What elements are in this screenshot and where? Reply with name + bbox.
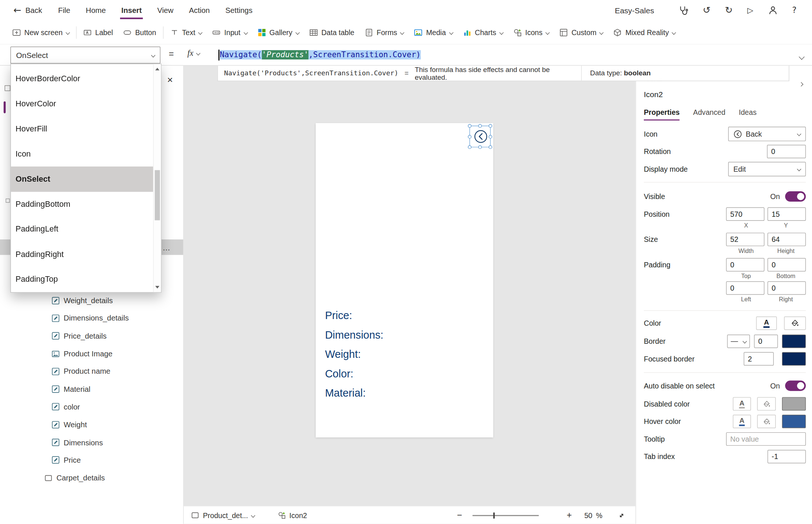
tree-item-screen[interactable]: Carpet_details xyxy=(0,469,183,487)
tree-item[interactable]: Dimensions_details xyxy=(0,309,183,327)
scroll-down-icon[interactable] xyxy=(154,286,161,288)
auto-disable-toggle[interactable] xyxy=(785,381,806,391)
resize-handle[interactable] xyxy=(468,145,472,149)
resize-handle[interactable] xyxy=(468,135,472,138)
app-screen[interactable]: Price: Dimensions: Weight: Color: Materi… xyxy=(316,123,493,437)
size-width-input[interactable]: 52 xyxy=(726,233,765,246)
undo-icon[interactable]: ↺ xyxy=(703,6,710,15)
fit-to-window-button[interactable] xyxy=(618,506,626,524)
hover-fill-color-button[interactable] xyxy=(757,415,776,428)
media-menu[interactable]: Media xyxy=(409,21,458,44)
tree-item[interactable]: Weight xyxy=(0,416,183,434)
scrollbar-thumb[interactable] xyxy=(155,170,160,220)
padding-top-input[interactable]: 0 xyxy=(726,258,765,271)
resize-handle[interactable] xyxy=(489,145,492,149)
zoom-out-button[interactable]: − xyxy=(457,506,462,524)
label-control[interactable]: Weight: xyxy=(325,345,383,364)
hover-color-swatch[interactable] xyxy=(782,415,806,428)
property-option-selected[interactable]: OnSelect xyxy=(11,167,153,192)
padding-bottom-input[interactable]: 0 xyxy=(768,258,806,271)
account-icon[interactable] xyxy=(768,6,778,15)
tab-ideas[interactable]: Ideas xyxy=(739,108,757,121)
play-preview-icon[interactable]: ▷ xyxy=(747,7,753,14)
tree-item[interactable]: Weight_details xyxy=(0,292,183,309)
menu-action[interactable]: Action xyxy=(181,0,217,21)
resize-handle[interactable] xyxy=(489,135,492,138)
custom-menu[interactable]: Custom xyxy=(554,21,608,44)
zoom-in-button[interactable]: + xyxy=(567,506,572,524)
position-y-input[interactable]: 15 xyxy=(768,208,806,221)
zoom-slider-thumb[interactable] xyxy=(493,512,495,518)
menu-view[interactable]: View xyxy=(150,0,181,21)
disabled-fill-color-button[interactable] xyxy=(757,397,776,410)
label-control[interactable]: Material: xyxy=(325,383,383,403)
resize-handle[interactable] xyxy=(468,124,472,128)
screen-selector[interactable]: Product_det... xyxy=(191,506,255,524)
border-color-swatch[interactable] xyxy=(782,335,806,348)
tree-item[interactable]: Price_details xyxy=(0,327,183,345)
button-button[interactable]: Button xyxy=(118,21,162,44)
label-control[interactable]: Dimensions: xyxy=(325,325,383,345)
icon-value-dropdown[interactable]: Back xyxy=(728,127,806,141)
label-control[interactable]: Price: xyxy=(325,306,383,325)
resize-handle[interactable] xyxy=(478,124,482,128)
rotation-input[interactable]: 0 xyxy=(767,145,806,158)
tooltip-input[interactable]: No value xyxy=(726,432,806,446)
zoom-slider[interactable] xyxy=(472,515,538,516)
tab-index-input[interactable]: -1 xyxy=(768,450,806,463)
tree-item[interactable]: color xyxy=(0,398,183,416)
font-color-button[interactable]: A xyxy=(756,316,777,330)
disabled-font-color-button[interactable]: A xyxy=(733,397,751,410)
tree-item[interactable]: Product Image xyxy=(0,345,183,363)
fx-button[interactable]: fx xyxy=(187,49,200,58)
property-option[interactable]: PaddingLeft xyxy=(11,217,153,242)
close-icon[interactable]: × xyxy=(167,75,173,85)
back-icon-control[interactable] xyxy=(473,129,488,144)
tab-advanced[interactable]: Advanced xyxy=(693,108,725,121)
data-table-button[interactable]: Data table xyxy=(304,21,360,44)
text-menu[interactable]: Text xyxy=(165,21,207,44)
disabled-color-swatch[interactable] xyxy=(782,397,806,410)
help-icon[interactable]: ? xyxy=(792,6,796,14)
menu-settings[interactable]: Settings xyxy=(218,0,260,21)
redo-icon[interactable]: ↻ xyxy=(725,6,733,15)
label-button[interactable]: Label xyxy=(78,21,118,44)
property-option[interactable]: HoverColor xyxy=(11,91,153,116)
forms-menu[interactable]: Forms xyxy=(360,21,409,44)
resize-handle[interactable] xyxy=(478,145,482,149)
size-height-input[interactable]: 64 xyxy=(768,233,806,246)
formula-input[interactable]: Navigate('Products',ScreenTransition.Cov… xyxy=(214,44,781,65)
menu-insert[interactable]: Insert xyxy=(113,0,149,21)
property-option[interactable]: Icon xyxy=(11,141,153,167)
selected-control-chip[interactable]: Icon2 xyxy=(278,506,307,524)
menu-file[interactable]: File xyxy=(50,0,78,21)
gallery-menu[interactable]: Gallery xyxy=(252,21,305,44)
fill-color-button[interactable] xyxy=(784,316,806,330)
border-width-input[interactable]: 0 xyxy=(754,335,778,348)
app-checker-icon[interactable] xyxy=(678,5,688,16)
property-option[interactable]: HoverFill xyxy=(11,116,153,141)
property-option[interactable]: PaddingTop xyxy=(11,267,153,292)
padding-left-input[interactable]: 0 xyxy=(726,281,765,295)
border-style-dropdown[interactable] xyxy=(727,335,750,348)
icons-menu[interactable]: Icons xyxy=(508,21,554,44)
padding-right-input[interactable]: 0 xyxy=(768,281,806,295)
tree-item[interactable]: Material xyxy=(0,380,183,398)
focused-border-color-swatch[interactable] xyxy=(782,352,806,366)
back-button[interactable]: ← Back xyxy=(0,6,50,15)
position-x-input[interactable]: 570 xyxy=(726,208,765,221)
property-option[interactable]: PaddingBottom xyxy=(11,192,153,217)
label-control[interactable]: Color: xyxy=(325,364,383,383)
property-option[interactable]: PaddingRight xyxy=(11,242,153,267)
mixed-reality-menu[interactable]: Mixed Reality xyxy=(608,21,681,44)
resize-handle[interactable] xyxy=(489,124,492,128)
display-mode-dropdown[interactable]: Edit xyxy=(728,162,806,176)
menu-home[interactable]: Home xyxy=(78,0,113,21)
tree-item[interactable]: Dimensions xyxy=(0,434,183,451)
collapse-panel-button[interactable] xyxy=(799,79,802,87)
visible-toggle[interactable] xyxy=(785,191,806,202)
scroll-up-icon[interactable] xyxy=(154,68,161,70)
expand-formula-bar-button[interactable] xyxy=(799,52,803,61)
tree-item[interactable]: Product name xyxy=(0,363,183,380)
input-menu[interactable]: Input xyxy=(207,21,252,44)
